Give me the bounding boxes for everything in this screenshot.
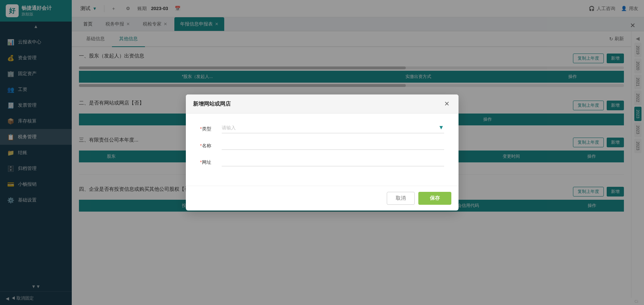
url-label: *网址 <box>200 159 222 166</box>
url-input-wrapper <box>222 158 444 166</box>
modal-title: 新增网站或网店 <box>193 101 231 107</box>
url-required-mark: * <box>200 160 202 165</box>
type-required-mark: * <box>200 126 202 131</box>
modal-overlay: 新增网站或网店 ✕ *类型 ▼ *名称 <box>0 0 644 305</box>
name-required-mark: * <box>200 143 202 148</box>
cancel-button[interactable]: 取消 <box>387 192 415 205</box>
url-input[interactable] <box>222 158 444 164</box>
save-button[interactable]: 保存 <box>418 192 451 205</box>
form-field-url: *网址 <box>200 158 444 166</box>
modal-footer: 取消 保存 <box>186 186 459 211</box>
name-input[interactable] <box>222 142 444 147</box>
name-input-wrapper <box>222 142 444 150</box>
modal-header: 新增网站或网店 ✕ <box>186 94 459 114</box>
type-input-wrapper: ▼ <box>222 124 444 133</box>
form-field-type: *类型 ▼ <box>200 124 444 133</box>
modal-body: *类型 ▼ *名称 *网址 <box>186 114 459 186</box>
name-label: *名称 <box>200 143 222 149</box>
form-field-name: *名称 <box>200 142 444 150</box>
type-dropdown-icon[interactable]: ▼ <box>438 124 444 131</box>
type-label: *类型 <box>200 126 222 132</box>
add-website-modal: 新增网站或网店 ✕ *类型 ▼ *名称 <box>186 94 459 211</box>
type-input[interactable] <box>222 125 438 130</box>
modal-close-button[interactable]: ✕ <box>443 100 451 108</box>
